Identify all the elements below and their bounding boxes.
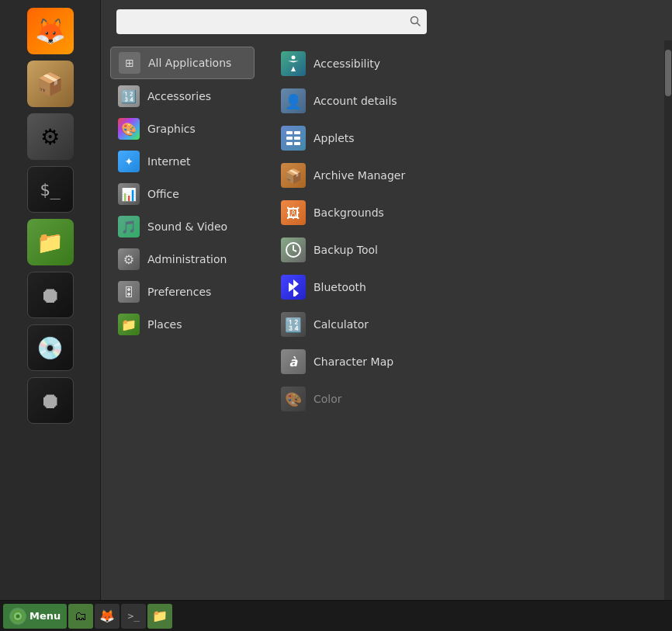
bluetooth-icon: [281, 275, 306, 300]
svg-rect-5: [286, 137, 293, 140]
search-input[interactable]: [123, 12, 407, 31]
sidebar: 🦊 📦 ⚙ $_ 📁 ⏺ 💿 ⏺: [0, 0, 101, 600]
menu-panel: ⊞ All Applications 🔢 Accessories 🎨 Graph…: [101, 0, 672, 600]
sound-video-icon: 🎵: [118, 216, 140, 237]
apps-column: Accessibility 👤 Account details: [264, 40, 664, 600]
terminal-icon: >_: [127, 610, 140, 622]
preferences-icon: 🎛: [118, 281, 140, 303]
search-bar: [116, 9, 427, 34]
taskbar-menu-button[interactable]: Menu: [3, 604, 67, 629]
internet-icon: ✦: [118, 151, 140, 172]
category-graphics[interactable]: 🎨 Graphics: [110, 113, 255, 144]
taskbar-files-button[interactable]: 🗂: [68, 604, 93, 629]
main-area: 🦊 📦 ⚙ $_ 📁 ⏺ 💿 ⏺: [0, 0, 672, 600]
folder-icon: 📁: [152, 608, 168, 623]
places-icon: 📁: [118, 314, 140, 335]
sidebar-terminal[interactable]: $_: [27, 166, 74, 213]
sidebar-package[interactable]: 📦: [27, 61, 74, 107]
app-account-details[interactable]: 👤 Account details: [273, 84, 655, 118]
taskbar-terminal-button[interactable]: >_: [121, 604, 146, 629]
app-backup-tool[interactable]: Backup Tool: [273, 233, 655, 267]
app-bluetooth[interactable]: Bluetooth: [273, 270, 655, 304]
color-icon: 🎨: [281, 387, 306, 411]
scrollbar-track[interactable]: [664, 40, 672, 600]
taskbar-folder-button[interactable]: 📁: [147, 604, 172, 629]
category-office[interactable]: 📊 Office: [110, 179, 255, 210]
applets-icon: [281, 126, 306, 151]
categories-column: ⊞ All Applications 🔢 Accessories 🎨 Graph…: [101, 40, 264, 600]
character-map-icon: à: [281, 349, 306, 374]
sidebar-cd[interactable]: 💿: [27, 324, 74, 371]
taskbar-menu-label: Menu: [29, 610, 61, 622]
account-details-icon: 👤: [281, 88, 306, 113]
backgrounds-icon: 🖼: [281, 200, 306, 225]
svg-rect-3: [286, 131, 293, 134]
accessibility-icon: [281, 51, 306, 76]
svg-point-12: [16, 614, 20, 618]
category-accessories[interactable]: 🔢 Accessories: [110, 81, 255, 112]
graphics-icon: 🎨: [118, 118, 140, 140]
svg-point-2: [292, 56, 296, 60]
calculator-icon: 🔢: [281, 312, 306, 337]
sidebar-record1[interactable]: ⏺: [27, 272, 74, 318]
category-internet[interactable]: ✦ Internet: [110, 146, 255, 177]
svg-rect-7: [286, 142, 293, 145]
app-accessibility[interactable]: Accessibility: [273, 47, 655, 81]
mint-logo: [9, 608, 26, 625]
app-character-map[interactable]: à Character Map: [273, 345, 655, 379]
administration-icon: ⚙: [118, 248, 140, 270]
category-sound-video[interactable]: 🎵 Sound & Video: [110, 211, 255, 242]
svg-rect-8: [294, 142, 300, 145]
svg-line-1: [417, 23, 421, 26]
archive-manager-icon: 📦: [281, 163, 306, 188]
accessories-icon: 🔢: [118, 85, 140, 107]
category-places[interactable]: 📁 Places: [110, 309, 255, 340]
category-administration[interactable]: ⚙ Administration: [110, 244, 255, 275]
category-preferences[interactable]: 🎛 Preferences: [110, 276, 255, 307]
sidebar-settings[interactable]: ⚙: [27, 113, 74, 160]
taskbar-firefox-button[interactable]: 🦊: [95, 604, 120, 629]
firefox-icon: 🦊: [99, 608, 115, 623]
svg-rect-4: [294, 131, 300, 134]
app-archive-manager[interactable]: 📦 Archive Manager: [273, 158, 655, 192]
menu-content: ⊞ All Applications 🔢 Accessories 🎨 Graph…: [101, 40, 672, 600]
office-icon: 📊: [118, 183, 140, 205]
category-all[interactable]: ⊞ All Applications: [110, 47, 255, 79]
sidebar-files[interactable]: 📁: [27, 219, 74, 265]
all-icon: ⊞: [119, 52, 140, 74]
sidebar-firefox[interactable]: 🦊: [27, 8, 74, 54]
search-icon: [410, 16, 421, 29]
backup-tool-icon: [281, 237, 306, 262]
app-applets[interactable]: Applets: [273, 121, 655, 155]
app-backgrounds[interactable]: 🖼 Backgrounds: [273, 196, 655, 230]
sidebar-record2[interactable]: ⏺: [27, 377, 74, 424]
app-calculator[interactable]: 🔢 Calculator: [273, 307, 655, 342]
taskbar: Menu 🗂 🦊 >_ 📁: [0, 600, 672, 631]
search-bar-container: [101, 0, 672, 40]
svg-rect-6: [294, 137, 300, 140]
app-color[interactable]: 🎨 Color: [273, 382, 655, 416]
scrollbar-thumb[interactable]: [665, 50, 671, 96]
files-icon: 🗂: [74, 608, 87, 623]
